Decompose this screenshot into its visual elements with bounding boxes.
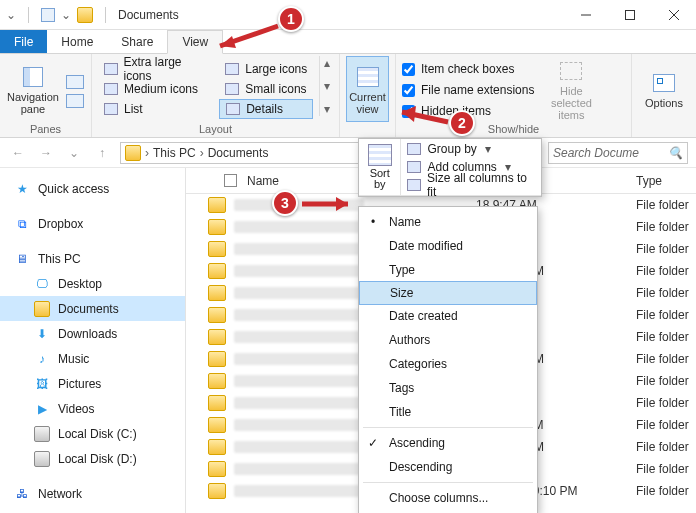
tab-file[interactable]: File (0, 30, 47, 53)
sort-by-menu: •Name Date modified Type Size Date creat… (358, 206, 538, 513)
title-bar: ⌄ ⌄ Documents (0, 0, 696, 30)
minimize-button[interactable] (564, 0, 608, 30)
sort-authors[interactable]: Authors (359, 328, 537, 352)
size-all-columns-button[interactable]: Size all columns to fit (401, 176, 541, 194)
sort-title[interactable]: Title (359, 400, 537, 424)
options-button[interactable]: Options (638, 56, 690, 122)
layout-extra-large[interactable]: Extra large icons (98, 59, 215, 79)
tree-localc[interactable]: Local Disk (C:) (0, 421, 185, 446)
sort-name[interactable]: •Name (359, 210, 537, 234)
sort-ascending[interactable]: ✓Ascending (359, 431, 537, 455)
sort-by-button[interactable]: Sort by (359, 139, 401, 195)
group-by-button[interactable]: Group by▾ (401, 140, 541, 158)
folder-icon (208, 285, 226, 301)
nav-history-icon[interactable]: ⌄ (64, 143, 84, 163)
annotation-arrow-2 (390, 104, 454, 135)
qat-dropdown-icon[interactable]: ⌄ (6, 10, 16, 20)
sort-categories[interactable]: Categories (359, 352, 537, 376)
search-icon: 🔍 (668, 146, 683, 160)
tree-downloads[interactable]: ⬇Downloads (0, 321, 185, 346)
filename-redacted (234, 265, 364, 277)
tree-quick-access[interactable]: ★Quick access (0, 176, 185, 201)
dropbox-icon: ⧉ (14, 216, 30, 232)
cell-type: File folder (636, 308, 696, 322)
folder-icon (208, 373, 226, 389)
window-title: Documents (118, 8, 179, 22)
current-view-panel: Sort by Group by▾ Add columns▾ Size all … (358, 138, 542, 197)
search-placeholder: Search Docume (553, 146, 639, 160)
sort-type[interactable]: Type (359, 258, 537, 282)
check-item-checkboxes[interactable]: Item check boxes (402, 59, 538, 79)
preview-pane-icon[interactable] (66, 75, 84, 89)
navigation-pane-button[interactable]: Navigation pane (6, 56, 60, 122)
layout-details[interactable]: Details (219, 99, 313, 119)
col-name[interactable]: Name (247, 174, 279, 188)
tree-locald[interactable]: Local Disk (D:) (0, 446, 185, 471)
hide-selected-button[interactable]: Hide selected items (544, 56, 598, 122)
tree-network[interactable]: 🖧Network (0, 481, 185, 506)
annotation-2: 2 (449, 110, 475, 136)
tree-dropbox[interactable]: ⧉Dropbox (0, 211, 185, 236)
crumb-documents[interactable]: Documents (208, 146, 269, 160)
nav-forward-button[interactable]: → (36, 143, 56, 163)
check-file-extensions[interactable]: File name extensions (402, 80, 538, 100)
maximize-button[interactable] (608, 0, 652, 30)
sort-date-modified[interactable]: Date modified (359, 234, 537, 258)
tab-home[interactable]: Home (47, 30, 107, 53)
crumb-thispc[interactable]: This PC (153, 146, 196, 160)
layout-list[interactable]: List (98, 99, 215, 119)
details-pane-icon[interactable] (66, 94, 84, 108)
tree-pictures[interactable]: 🖼Pictures (0, 371, 185, 396)
pc-icon: 🖥 (14, 251, 30, 267)
cell-type: File folder (636, 198, 696, 212)
sort-date-created[interactable]: Date created (359, 304, 537, 328)
nav-up-button[interactable]: ↑ (92, 143, 112, 163)
annotation-arrow-3 (298, 192, 362, 219)
current-view-button[interactable]: Current view (346, 56, 389, 122)
layout-gallery[interactable]: Extra large icons Large icons Medium ico… (98, 56, 313, 122)
navigation-tree[interactable]: ★Quick access ⧉Dropbox 🖥This PC 🖵Desktop… (0, 168, 186, 513)
downloads-icon: ⬇ (34, 326, 50, 342)
sort-size[interactable]: Size (359, 281, 537, 305)
folder-icon (208, 329, 226, 345)
filename-redacted (234, 397, 364, 409)
layout-small[interactable]: Small icons (219, 79, 313, 99)
nav-back-button[interactable]: ← (8, 143, 28, 163)
filename-redacted (234, 353, 364, 365)
tree-desktop[interactable]: 🖵Desktop (0, 271, 185, 296)
ribbon: Navigation pane Panes Extra large icons … (0, 54, 696, 138)
properties-icon[interactable] (41, 8, 55, 22)
cell-type: File folder (636, 264, 696, 278)
select-all-checkbox[interactable] (224, 174, 237, 187)
videos-icon: ▶ (34, 401, 50, 417)
col-type[interactable]: Type (636, 174, 696, 188)
cell-type: File folder (636, 462, 696, 476)
cell-type: File folder (636, 286, 696, 300)
sort-icon (368, 144, 392, 166)
address-bar-row: ← → ⌄ ↑ › This PC › Documents Search Doc… (0, 138, 696, 168)
sort-tags[interactable]: Tags (359, 376, 537, 400)
addcol-icon (407, 161, 421, 173)
layout-medium[interactable]: Medium icons (98, 79, 215, 99)
filename-redacted (234, 331, 364, 343)
sort-descending[interactable]: Descending (359, 455, 537, 479)
tree-music[interactable]: ♪Music (0, 346, 185, 371)
group-panes-label: Panes (6, 122, 85, 137)
qat-dropdown2-icon[interactable]: ⌄ (61, 10, 71, 20)
layout-large[interactable]: Large icons (219, 59, 313, 79)
documents-icon (34, 301, 50, 317)
tree-documents[interactable]: Documents (0, 296, 185, 321)
sort-choose-columns[interactable]: Choose columns... (359, 486, 537, 510)
cell-type: File folder (636, 396, 696, 410)
tree-videos[interactable]: ▶Videos (0, 396, 185, 421)
sizecol-icon (407, 179, 421, 191)
filename-redacted (234, 419, 364, 431)
filename-redacted (234, 287, 364, 299)
cell-type: File folder (636, 242, 696, 256)
tree-thispc[interactable]: 🖥This PC (0, 246, 185, 271)
folder-icon (208, 439, 226, 455)
layout-scroll[interactable]: ▴▾▾ (319, 56, 333, 116)
tab-share[interactable]: Share (107, 30, 167, 53)
close-button[interactable] (652, 0, 696, 30)
search-input[interactable]: Search Docume 🔍 (548, 142, 688, 164)
